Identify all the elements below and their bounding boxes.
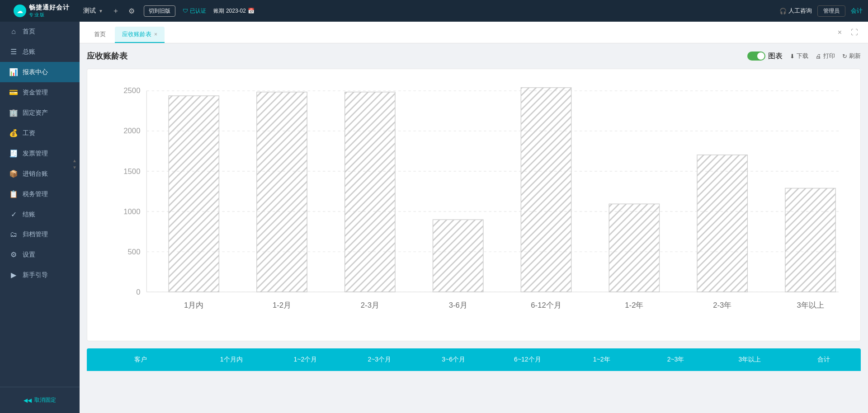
sidebar-item-ledger[interactable]: ☰ 总账 (0, 42, 80, 62)
sidebar-icon-asset: 🏢 (9, 108, 18, 117)
sidebar-item-report[interactable]: 📊 报表中心 (0, 62, 80, 82)
company-selector[interactable]: 测试 ▼ (83, 7, 103, 15)
scroll-down-arrow[interactable]: ▼ (71, 164, 78, 171)
expand-button[interactable]: ⛶ (848, 28, 861, 38)
chart-toggle[interactable]: 图表 (747, 52, 783, 61)
sidebar-scroll: ⌂ 首页 ☰ 总账 📊 报表中心 💳 资金管理 🏢 固定资产 💰 工资 🧾 发票… (0, 22, 80, 387)
report-actions: 图表 ⬇ 下载 🖨 打印 ↻ 刷新 (747, 52, 861, 61)
print-button[interactable]: 🖨 打印 (816, 52, 835, 60)
svg-text:2-3月: 2-3月 (361, 301, 379, 310)
company-name: 测试 (83, 7, 96, 15)
bar-6-12月 (521, 88, 571, 292)
svg-text:500: 500 (128, 248, 141, 256)
table-header-客户: 客户 (87, 348, 194, 371)
sidebar-item-tax[interactable]: 📋 税务管理 (0, 184, 80, 204)
download-button[interactable]: ⬇ 下载 (790, 52, 808, 60)
period-label: 账期 (213, 7, 224, 15)
sidebar-icon-wage: 💰 (9, 129, 18, 137)
svg-text:6-12个月: 6-12个月 (531, 301, 561, 310)
table-header-6~12个月: 6~12个月 (491, 348, 565, 371)
report-title: 应收账龄表 (87, 51, 127, 61)
table-header-合计: 合计 (787, 348, 861, 371)
certified-label: 已认证 (190, 7, 206, 15)
sidebar-item-archive[interactable]: 🗂 归档管理 (0, 225, 80, 244)
switch-old-button[interactable]: 切到旧版 (144, 5, 175, 17)
account-button[interactable]: 会计 (851, 7, 863, 15)
pin-icon: ◀◀ (24, 397, 32, 404)
sidebar-item-guide[interactable]: ▶ 新手引导 (0, 265, 80, 285)
page-content: 应收账龄表 图表 ⬇ 下载 🖨 打印 (80, 43, 868, 413)
sidebar-icon-settings: ⚙ (9, 250, 18, 259)
sidebar-label-checkout: 结账 (23, 211, 35, 219)
svg-text:1-2年: 1-2年 (625, 301, 643, 310)
sidebar-icon-ledger: ☰ (9, 47, 18, 56)
svg-text:3年以上: 3年以上 (797, 301, 824, 310)
sidebar-label-home: 首页 (23, 28, 35, 36)
header-icons: ＋ ⚙ (110, 5, 137, 18)
header-right: 🎧 人工咨询 管理员 会计 (779, 5, 863, 17)
sidebar-item-home[interactable]: ⌂ 首页 (0, 22, 80, 42)
bar-2-3月 (345, 92, 395, 292)
sidebar-label-tax: 税务管理 (23, 190, 48, 198)
svg-text:1月内: 1月内 (184, 301, 203, 310)
settings-icon-btn[interactable]: ⚙ (127, 5, 137, 17)
sidebar-item-settings[interactable]: ⚙ 设置 (0, 244, 80, 265)
tab-ar_aging[interactable]: 应收账龄表× (115, 27, 165, 43)
top-header: ☁ 畅捷通好会计 专业版 测试 ▼ ＋ ⚙ 切到旧版 🛡 已认证 账期 2023… (0, 0, 868, 22)
report-header: 应收账龄表 图表 ⬇ 下载 🖨 打印 (87, 51, 861, 61)
shield-icon: 🛡 (183, 8, 188, 14)
svg-text:1500: 1500 (123, 167, 140, 176)
toggle-track[interactable] (747, 52, 765, 61)
tab-actions: × ⛶ (835, 28, 861, 38)
chart-toggle-label: 图表 (768, 52, 783, 61)
sidebar-label-settings: 设置 (23, 251, 35, 259)
table-header-1~2个月: 1~2个月 (269, 348, 343, 371)
scroll-up-arrow[interactable]: ▲ (71, 157, 78, 164)
bar-chart: 0 500 1000 1500 2000 2500 1月内 (96, 78, 851, 330)
svg-text:2-3年: 2-3年 (713, 301, 731, 310)
sidebar-item-inventory[interactable]: 📦 进销台账 (0, 164, 80, 184)
calendar-icon[interactable]: 📅 (248, 8, 255, 14)
logo-area: ☁ 畅捷通好会计 专业版 (5, 4, 78, 18)
company-dropdown-arrow: ▼ (99, 9, 103, 14)
admin-button[interactable]: 管理员 (817, 5, 845, 17)
cancel-fixed-button[interactable]: ◀◀ 取消固定 (0, 392, 80, 408)
sidebar-item-wage[interactable]: 💰 工资 (0, 123, 80, 143)
bar-1-2年 (609, 204, 659, 292)
table-header-2~3个月: 2~3个月 (342, 348, 416, 371)
table-header-3~6个月: 3~6个月 (416, 348, 491, 371)
logo-title: 畅捷通好会计 (29, 4, 70, 12)
sidebar: ⌂ 首页 ☰ 总账 📊 报表中心 💳 资金管理 🏢 固定资产 💰 工资 🧾 发票… (0, 22, 80, 413)
sidebar-label-inventory: 进销台账 (23, 170, 48, 178)
sidebar-item-asset[interactable]: 🏢 固定资产 (0, 103, 80, 123)
svg-text:2500: 2500 (123, 86, 140, 95)
sidebar-item-fund[interactable]: 💳 资金管理 (0, 82, 80, 103)
refresh-button[interactable]: ↻ 刷新 (842, 52, 861, 60)
headset-icon: 🎧 (779, 8, 787, 14)
sidebar-icon-fund: 💳 (9, 88, 18, 97)
sidebar-item-checkout[interactable]: ✓ 结账 (0, 204, 80, 225)
sidebar-item-invoice[interactable]: 🧾 发票管理 (0, 143, 80, 164)
svg-text:0: 0 (136, 288, 140, 296)
tab-home[interactable]: 首页 (87, 27, 113, 43)
sidebar-icon-archive: 🗂 (9, 230, 18, 239)
toggle-thumb (757, 52, 764, 60)
consult-button[interactable]: 🎧 人工咨询 (779, 7, 812, 15)
svg-text:3-6月: 3-6月 (449, 301, 467, 310)
sidebar-icon-tax: 📋 (9, 190, 18, 198)
add-icon-btn[interactable]: ＋ (110, 5, 121, 18)
sidebar-icon-report: 📊 (9, 68, 18, 76)
sidebar-icon-invoice: 🧾 (9, 149, 18, 158)
sidebar-label-wage: 工资 (23, 129, 35, 137)
table-header-2~3年: 2~3年 (639, 348, 713, 371)
close-tab-button[interactable]: × (835, 28, 844, 38)
sidebar-label-report: 报表中心 (23, 68, 48, 76)
sidebar-label-archive: 归档管理 (23, 230, 48, 239)
tab-close-icon[interactable]: × (154, 31, 157, 38)
table-header: 客户1个月内1~2个月2~3个月3~6个月6~12个月1~2年2~3年3年以上合… (87, 348, 861, 371)
bar-1月内 (169, 96, 219, 292)
table-header-1个月内: 1个月内 (194, 348, 269, 371)
sidebar-bottom: ◀◀ 取消固定 (0, 387, 80, 413)
certified-badge: 🛡 已认证 (183, 7, 206, 15)
chart-container: 0 500 1000 1500 2000 2500 1月内 (87, 69, 861, 341)
